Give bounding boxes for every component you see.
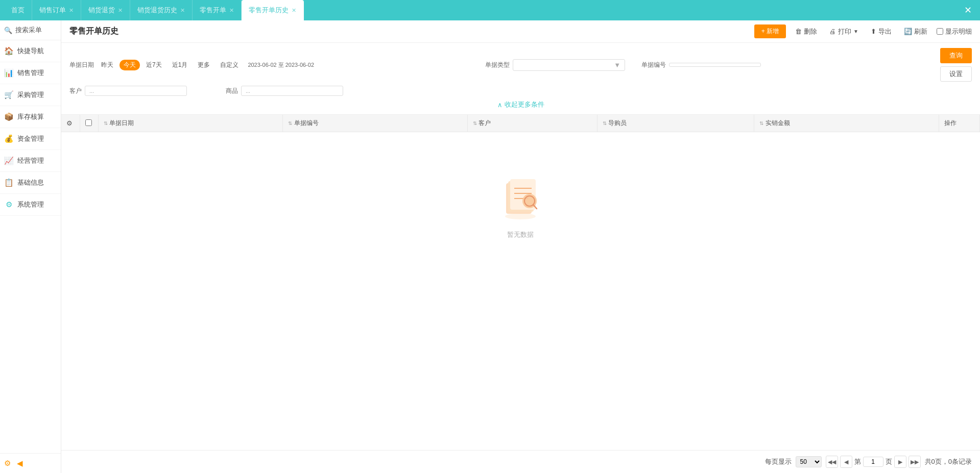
main-layout: 🔍 搜索采单 🏠快捷导航📊销售管理🛒采购管理📦库存核算💰资金管理📈经营管理📋基础… xyxy=(0,20,980,473)
sidebar-item-label: 系统管理 xyxy=(17,200,44,209)
collapse-icon: ∧ xyxy=(497,101,503,109)
sidebar-item-label: 基础信息 xyxy=(17,178,44,187)
sort-icon: ⇅ xyxy=(759,120,763,126)
tab-label: 销售订单 xyxy=(39,6,66,15)
page-label: 第 xyxy=(854,457,861,466)
sidebar-icon-sys-mgmt: ⚙ xyxy=(4,200,13,209)
table-area: ⚙⇅ 单据日期⇅ 单据编号⇅ 客户⇅ 导购员⇅ 实销金额操作 xyxy=(61,115,980,450)
col-header-guide[interactable]: ⇅ 导购员 xyxy=(597,115,754,132)
per-page-select[interactable]: 102050100 xyxy=(796,456,822,467)
tab-home[interactable]: 首页 xyxy=(4,0,32,20)
tab-retail-open-history[interactable]: 零售开单历史✕ xyxy=(242,0,304,20)
col-header-checkbox xyxy=(80,115,98,132)
print-button[interactable]: 🖨 打印 ▼ xyxy=(826,25,862,38)
sidebar-item-quick-nav[interactable]: 🏠快捷导航 xyxy=(0,40,61,62)
sidebar-icon-stock-check: 📦 xyxy=(4,112,13,121)
select-all-checkbox[interactable] xyxy=(85,119,92,126)
pagination: 每页显示 102050100 ◀◀ ◀ 第 页 ▶ ▶▶ 共0页，0条记录 xyxy=(61,450,980,473)
date-tab-近1月[interactable]: 近1月 xyxy=(168,60,192,70)
tab-sales-order[interactable]: 销售订单✕ xyxy=(32,0,81,20)
empty-text: 暂无数据 xyxy=(507,230,534,239)
sidebar-item-sys-mgmt[interactable]: ⚙系统管理 xyxy=(0,194,61,216)
goods-input[interactable]: ... xyxy=(241,86,343,96)
next-page-button[interactable]: ▶ xyxy=(894,456,906,468)
tab-close-icon[interactable]: ✕ xyxy=(180,7,185,14)
col-header-amount[interactable]: ⇅ 实销金额 xyxy=(754,115,939,132)
toolbar: + 新增 🗑 删除 🖨 打印 ▼ ⬆ 导出 🔄 刷新 xyxy=(754,24,972,38)
col-header-date[interactable]: ⇅ 单据日期 xyxy=(98,115,283,132)
delete-button[interactable]: 🗑 删除 xyxy=(792,25,820,38)
tab-close-icon[interactable]: ✕ xyxy=(69,7,74,14)
sidebar-item-sales-mgmt[interactable]: 📊销售管理 xyxy=(0,62,61,84)
export-button[interactable]: ⬆ 导出 xyxy=(868,25,895,38)
sidebar-item-label: 库存核算 xyxy=(17,112,44,121)
page-header: 零售开单历史 + 新增 🗑 删除 🖨 打印 ▼ ⬆ 导出 🔄 xyxy=(61,20,980,43)
filter-goods: 商品 ... xyxy=(226,86,343,96)
sidebar-items: 🏠快捷导航📊销售管理🛒采购管理📦库存核算💰资金管理📈经营管理📋基础信息⚙系统管理 xyxy=(0,40,61,216)
date-tab-今天[interactable]: 今天 xyxy=(119,60,140,70)
date-tab-更多[interactable]: 更多 xyxy=(194,60,214,70)
col-header-customer[interactable]: ⇅ 客户 xyxy=(467,115,597,132)
date-tab-近7天[interactable]: 近7天 xyxy=(142,60,166,70)
window-close-button[interactable]: ✕ xyxy=(960,5,976,16)
total-label: 共0页，0条记录 xyxy=(925,457,972,466)
number-input[interactable] xyxy=(669,63,761,67)
page-input[interactable] xyxy=(863,457,883,467)
data-table: ⚙⇅ 单据日期⇅ 单据编号⇅ 客户⇅ 导购员⇅ 实销金额操作 xyxy=(61,115,980,280)
tab-list: 首页销售订单✕销货退货✕销货退货历史✕零售开单✕零售开单历史✕ xyxy=(4,0,956,20)
prev-page-button[interactable]: ◀ xyxy=(840,456,852,468)
collapse-sidebar-icon[interactable]: ◀ xyxy=(17,459,23,468)
sort-icon: ⇅ xyxy=(288,120,292,126)
sidebar-item-stock-check[interactable]: 📦库存核算 xyxy=(0,106,61,128)
first-page-button[interactable]: ◀◀ xyxy=(826,456,838,468)
print-dropdown-icon: ▼ xyxy=(853,29,858,34)
tab-close-icon[interactable]: ✕ xyxy=(292,7,296,14)
page-suffix: 页 xyxy=(886,457,892,466)
search-icon: 🔍 xyxy=(4,27,12,34)
customer-input[interactable]: ... xyxy=(85,86,187,96)
sidebar-search-label: 搜索采单 xyxy=(15,26,42,35)
sidebar-icon-quick-nav: 🏠 xyxy=(4,46,13,56)
add-button[interactable]: + 新增 xyxy=(754,24,786,38)
empty-icon xyxy=(495,173,546,224)
sort-icon: ⇅ xyxy=(473,120,477,126)
page-title: 零售开单历史 xyxy=(69,26,118,37)
refresh-button[interactable]: 🔄 刷新 xyxy=(901,25,930,38)
col-header-number[interactable]: ⇅ 单据编号 xyxy=(283,115,468,132)
delete-icon: 🗑 xyxy=(795,28,802,35)
display-detail-toggle[interactable]: 显示明细 xyxy=(937,27,972,36)
print-icon: 🖨 xyxy=(829,28,836,35)
sidebar-item-biz-mgmt[interactable]: 📈经营管理 xyxy=(0,150,61,172)
number-filter-label: 单据编号 xyxy=(641,61,666,69)
query-button[interactable]: 查询 xyxy=(940,48,972,63)
tab-close-icon[interactable]: ✕ xyxy=(229,7,234,14)
sidebar-icon-biz-mgmt: 📈 xyxy=(4,156,13,165)
content-area: 零售开单历史 + 新增 🗑 删除 🖨 打印 ▼ ⬆ 导出 🔄 xyxy=(61,20,980,473)
gear-icon[interactable]: ⚙ xyxy=(66,119,73,127)
sidebar-search[interactable]: 🔍 搜索采单 xyxy=(0,20,61,40)
filter-row-2: 客户 ... 商品 ... xyxy=(69,86,972,96)
svg-point-0 xyxy=(505,213,536,219)
last-page-button[interactable]: ▶▶ xyxy=(909,456,921,468)
filter-number: 单据编号 xyxy=(641,61,761,69)
tab-retail-open[interactable]: 零售开单✕ xyxy=(193,0,242,20)
tab-close-icon[interactable]: ✕ xyxy=(118,7,123,14)
refresh-icon: 🔄 xyxy=(904,28,912,35)
sidebar-icon-base-info: 📋 xyxy=(4,178,13,187)
sidebar: 🔍 搜索采单 🏠快捷导航📊销售管理🛒采购管理📦库存核算💰资金管理📈经营管理📋基础… xyxy=(0,20,61,473)
sort-icon: ⇅ xyxy=(603,120,607,126)
tab-sales-return-history[interactable]: 销货退货历史✕ xyxy=(130,0,193,20)
date-tab-昨天[interactable]: 昨天 xyxy=(97,60,117,70)
collapse-filter-button[interactable]: ∧ 收起更多条件 xyxy=(69,100,972,109)
display-detail-checkbox[interactable] xyxy=(937,28,943,35)
settings-icon[interactable]: ⚙ xyxy=(4,459,11,468)
date-tab-自定义[interactable]: 自定义 xyxy=(216,60,243,70)
sidebar-item-fund-mgmt[interactable]: 💰资金管理 xyxy=(0,128,61,150)
query-buttons: 查询 设置 xyxy=(932,48,972,82)
sidebar-item-purchase-mgmt[interactable]: 🛒采购管理 xyxy=(0,84,61,106)
type-select[interactable]: ▼ xyxy=(513,59,625,71)
tab-sales-return[interactable]: 销货退货✕ xyxy=(81,0,130,20)
empty-state: 暂无数据 xyxy=(61,132,980,280)
sidebar-item-base-info[interactable]: 📋基础信息 xyxy=(0,172,61,194)
setting-button[interactable]: 设置 xyxy=(940,66,972,82)
